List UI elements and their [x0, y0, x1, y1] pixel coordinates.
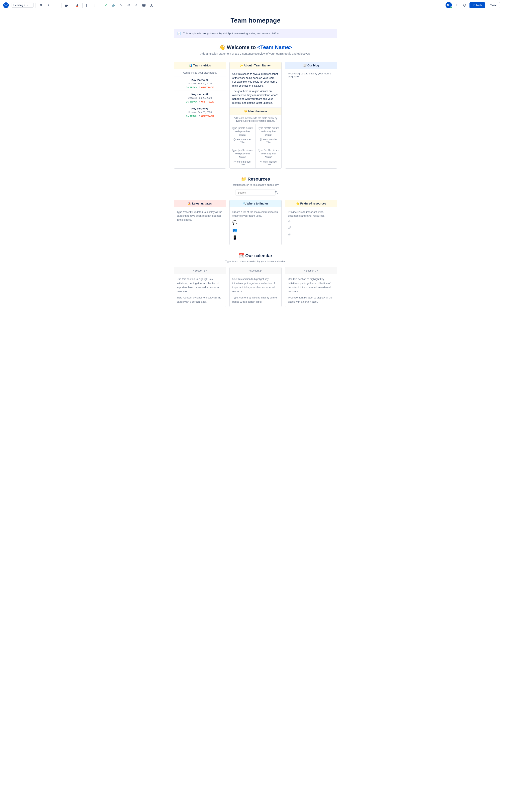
latest-updates-header: 🎉 Latest updates	[174, 200, 226, 207]
search-bar	[235, 190, 276, 196]
link-button[interactable]: 🔗	[110, 2, 117, 8]
welcome-text: Welcome to	[227, 44, 257, 50]
insert-button[interactable]: +	[156, 2, 162, 8]
resources-label: Resources	[248, 177, 270, 181]
where-icon-2: 👥	[232, 227, 279, 233]
featured-label: Featured resources	[300, 202, 326, 205]
notification-button[interactable]	[461, 2, 468, 8]
add-button[interactable]: +	[454, 2, 460, 8]
numbered-list-button[interactable]: 1.2.3.	[92, 2, 98, 8]
chevron-down-icon: ▾	[27, 4, 28, 6]
page-title[interactable]: Team homepage	[174, 17, 337, 24]
section-1-p1: Use this section to highlight key initia…	[177, 277, 223, 294]
section-3-body: Use this section to highlight key initia…	[285, 274, 337, 307]
meet-label: Meet the team	[248, 110, 267, 113]
section-1-header: <Section 1>	[174, 267, 226, 274]
metric-3-name: Key metric #3	[177, 107, 223, 110]
mention-button[interactable]: @	[125, 2, 132, 8]
italic-button[interactable]: I	[45, 2, 52, 8]
metric-1: Key metric #1 Updated Feb 20, 2020 ON TR…	[174, 77, 226, 91]
latest-updates-emoji: 🎉	[188, 202, 191, 205]
search-input[interactable]	[236, 190, 273, 195]
section-2-p1: Use this section to highlight key initia…	[232, 277, 279, 294]
metric-2-status: ON TRACK / OFF TRACK	[177, 100, 223, 103]
calendar-title: 📅 Our calendar	[174, 253, 337, 258]
about-p1: Use this space to give a quick snapshot …	[232, 72, 279, 88]
team-at-4: @ team member	[258, 161, 279, 163]
svg-point-9	[86, 6, 87, 7]
on-track-label-2: ON TRACK	[186, 100, 197, 103]
text-color-button[interactable]: A	[74, 2, 80, 8]
team-member-1: Type /profile picture to display their a…	[230, 124, 256, 146]
svg-point-7	[86, 5, 87, 6]
latest-updates-body: Type /recently updated to display all th…	[174, 207, 226, 225]
section-2-card: <Section 2> Use this section to highligh…	[229, 267, 282, 307]
featured-header: ⭐ Featured resources	[285, 200, 337, 207]
table-button[interactable]	[141, 2, 147, 8]
featured-body: Provide links to important links, docume…	[285, 207, 337, 241]
blog-card: 📰 Our blog Type /blog post to display yo…	[285, 62, 337, 169]
featured-emoji: ⭐	[296, 202, 300, 205]
emoji-button[interactable]: ☺	[133, 2, 140, 8]
align-button[interactable]	[63, 2, 70, 8]
resources-section: 📁 Resources Restrict search to this spac…	[174, 177, 337, 245]
meet-emoji: 🤝	[244, 110, 248, 113]
meet-desc: Add team members to the table below by t…	[230, 115, 282, 124]
latest-updates-text: Type /recently updated to display all th…	[177, 210, 222, 221]
team-member-3: Type /profile picture to display their a…	[230, 146, 256, 168]
team-name-heading[interactable]: <Team Name>	[257, 44, 292, 50]
divider-4	[82, 3, 83, 7]
close-button[interactable]: Close	[487, 2, 500, 8]
svg-rect-12	[95, 4, 97, 4]
layout-button[interactable]	[148, 2, 155, 8]
svg-rect-2	[65, 5, 67, 5]
featured-link-3[interactable]	[288, 232, 334, 238]
page-content: Team homepage 📄 This template is brought…	[170, 10, 341, 327]
where-to-find-body: Create a list of the main communication …	[230, 207, 282, 245]
app-logo[interactable]	[3, 2, 9, 8]
user-avatar[interactable]: CK	[446, 2, 452, 8]
resources-emoji: 📁	[241, 177, 246, 181]
team-title-2: Title	[258, 141, 279, 144]
metrics-emoji: 📊	[189, 64, 192, 67]
where-to-find-header: 🔍 Where to find us	[230, 200, 282, 207]
blog-emoji: 📰	[303, 64, 307, 67]
calendar-emoji: 📅	[239, 253, 244, 258]
svg-point-5	[86, 4, 87, 5]
section-1-p2: Type /content by label to display all th…	[177, 296, 223, 304]
avatar-placeholder-3: Type /profile picture to display their a…	[232, 149, 253, 158]
three-col-section: 📊 Team metrics Add a link to your dashbo…	[174, 62, 337, 169]
metric-3: Key metric #3 Updated Feb 20, 2020 ON TR…	[174, 105, 226, 119]
search-button[interactable]	[273, 190, 279, 196]
metric-3-status: ON TRACK / OFF TRACK	[177, 115, 223, 117]
publish-button[interactable]: Publish	[470, 2, 485, 8]
on-track-label: ON TRACK	[186, 86, 197, 89]
metrics-link[interactable]: Add a link to your dashboard.	[174, 69, 226, 77]
heading-select[interactable]: Heading 2 ▾	[11, 3, 33, 7]
svg-rect-10	[87, 6, 89, 6]
bullet-list-button[interactable]	[85, 2, 91, 8]
about-team-name[interactable]: <Team Name>	[253, 64, 271, 67]
calendar-desc: Type /team calendar to display your team…	[174, 260, 337, 263]
section-1-body: Use this section to highlight key initia…	[174, 274, 226, 307]
metrics-body: Add a link to your dashboard. Key metric…	[174, 69, 226, 119]
where-icon-1: 💬	[232, 220, 279, 226]
featured-link-1[interactable]	[288, 219, 334, 225]
where-text: Create a list of the main communication …	[232, 210, 278, 218]
featured-link-2[interactable]	[288, 226, 334, 231]
section-3-label: <Section 3>	[304, 269, 318, 272]
welcome-section: 👋 Welcome to <Team Name> Add a mission s…	[174, 44, 337, 55]
bold-button[interactable]: B	[38, 2, 44, 8]
action-button[interactable]: ✓	[103, 2, 109, 8]
blog-header: 📰 Our blog	[285, 62, 337, 69]
team-metrics-card: 📊 Team metrics Add a link to your dashbo…	[174, 62, 226, 169]
more-format-button[interactable]: ···	[53, 2, 59, 8]
welcome-emoji: 👋	[219, 44, 225, 50]
section-1-label: <Section 1>	[193, 269, 207, 272]
ellipsis-button[interactable]: ···	[502, 2, 508, 8]
blog-body: Type /blog post to display your team's b…	[285, 69, 337, 81]
where-to-find-card: 🔍 Where to find us Create a list of the …	[229, 200, 282, 245]
team-at-3: @ team member	[232, 161, 253, 163]
avatar-placeholder-4: Type /profile picture to display their a…	[258, 149, 279, 158]
media-button[interactable]: ▷	[118, 2, 124, 8]
